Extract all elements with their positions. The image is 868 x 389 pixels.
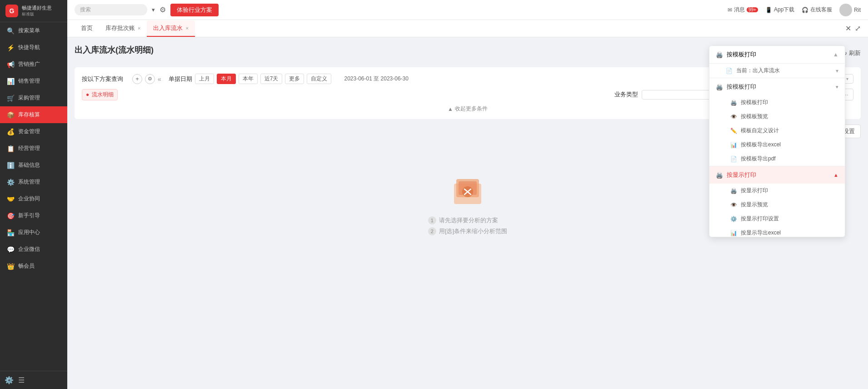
dropdown-sub-template-excel[interactable]: 📊 按模板导出excel — [709, 138, 845, 152]
sidebar-item-label: 搜索菜单 — [18, 27, 40, 35]
date-current-year-btn[interactable]: 本年 — [239, 74, 258, 84]
sub-print-icon: 🖨️ — [730, 100, 737, 106]
tab-home[interactable]: 首页 — [75, 20, 99, 37]
business-type-label: 业务类型 — [614, 90, 638, 99]
filter-collapse-btn[interactable]: « — [158, 75, 161, 83]
sidebar-menu-btn[interactable]: ☰ — [18, 376, 25, 384]
tab-flow-label: 出入库流水 — [153, 24, 183, 32]
message-icon: ✉ — [728, 7, 732, 13]
date-prev-month-btn[interactable]: 上月 — [195, 74, 214, 84]
sidebar-item-label: 应用中心 — [18, 229, 40, 236]
sidebar-item-finance[interactable]: 💰 资金管理 — [0, 123, 67, 140]
dropdown-sub-display-settings[interactable]: ⚙️ 按显示打印设置 — [709, 212, 845, 226]
sidebar-item-shortcut[interactable]: ⚡ 快捷导航 — [0, 39, 67, 56]
search-dropdown-arrow[interactable]: ▾ — [152, 6, 155, 13]
message-btn[interactable]: ✉ 消息 99+ — [728, 6, 758, 14]
template-section-arrow: ▾ — [836, 84, 838, 90]
page-title: 出入库流水(流水明细) — [75, 45, 154, 55]
dropdown-header: 🖨️ 按模板打印 ▲ — [709, 46, 845, 64]
industry-btn[interactable]: 体验行业方案 — [170, 4, 219, 16]
sidebar-item-purchase[interactable]: 🛒 采购管理 — [0, 90, 67, 106]
tab-close-all-btn[interactable]: ✕ — [845, 24, 851, 33]
tabbar: 首页 库存批次账 × 出入库流水 × ✕ ⤢ — [67, 20, 868, 37]
date-current-month-btn[interactable]: 本月 — [217, 74, 236, 84]
app-logo: G 畅捷通好生意 标准版 — [0, 0, 67, 22]
dropdown-title-block: 🖨️ 按模板打印 — [716, 50, 756, 59]
empty-tip-1: 1 请先选择要分析的方案 — [428, 216, 507, 224]
topbar-left: 搜索 ▾ ⚙ 体验行业方案 — [75, 4, 219, 16]
filter-settings-btn[interactable]: ⚙ — [145, 74, 155, 84]
date-label: 单据日期 — [169, 75, 192, 83]
sidebar-item-label: 库存核算 — [18, 111, 40, 119]
template-print-icon: 🖨️ — [716, 84, 723, 90]
megaphone-icon: 📢 — [6, 61, 15, 68]
sidebar-item-label: 企业协同 — [18, 195, 40, 203]
logo-icon: G — [5, 5, 18, 17]
display-section-arrow: ▲ — [833, 172, 838, 178]
search-bar[interactable]: 搜索 — [75, 4, 147, 15]
display-print-section[interactable]: 🖨️ 按显示打印 ▲ — [709, 166, 845, 184]
sidebar-item-wechat[interactable]: 💬 企业微信 — [0, 241, 67, 258]
topbar-gear-icon[interactable]: ⚙ — [160, 5, 166, 14]
print-panel-icon: 🖨️ — [716, 51, 723, 58]
dropdown-title: 按模板打印 — [727, 50, 756, 59]
sidebar-item-guide[interactable]: 🎯 新手引导 — [0, 207, 67, 224]
app-name-block: 畅捷通好生意 标准版 — [22, 5, 52, 17]
headset-icon: 🎧 — [802, 7, 808, 13]
dropdown-sub-display-preview[interactable]: 👁️ 按显示预览 — [709, 198, 845, 212]
sidebar-settings-btn[interactable]: ⚙️ — [5, 376, 14, 384]
tab-batch-account[interactable]: 库存批次账 × — [99, 20, 147, 37]
chart-icon: 📊 — [6, 78, 15, 85]
dropdown-sub-display-excel[interactable]: 📊 按显示导出excel — [709, 226, 845, 237]
sidebar-item-basic[interactable]: ℹ️ 基础信息 — [0, 157, 67, 174]
dropdown-sub-template-print[interactable]: 🖨️ 按模板打印 — [709, 95, 845, 110]
tip-text-2: 用[选]条件来缩小分析范围 — [439, 227, 507, 235]
user-avatar-block[interactable]: Rit — [839, 4, 861, 16]
template-print-section[interactable]: 🖨️ 按模板打印 ▾ — [709, 78, 845, 95]
current-template-label: 当前：出入库流水 — [736, 67, 780, 75]
user-name: Rit — [854, 7, 861, 13]
dropdown-sub-template-pdf[interactable]: 📄 按模板导出pdf — [709, 152, 845, 166]
crown-icon: 👑 — [6, 263, 15, 270]
sidebar-item-sales[interactable]: 📊 销售管理 — [0, 73, 67, 90]
date-range-display: 2023-06-01 至 2023-06-30 — [344, 75, 408, 83]
sub-preview-icon: 👁️ — [730, 114, 737, 120]
display-sub-print-label: 按显示打印 — [741, 187, 768, 194]
sidebar-item-label: 经营管理 — [18, 145, 40, 152]
date-more-btn[interactable]: 更多 — [285, 74, 304, 84]
sidebar-item-member[interactable]: 👑 畅会员 — [0, 258, 67, 274]
tip-text-1: 请先选择要分析的方案 — [439, 216, 498, 224]
sidebar-item-app-center[interactable]: 🏪 应用中心 — [0, 224, 67, 241]
dropdown-sub-display-print[interactable]: 🖨️ 按显示打印 — [709, 184, 845, 198]
sidebar-item-cooperation[interactable]: 🤝 企业协同 — [0, 190, 67, 207]
date-recent-7-btn[interactable]: 近7天 — [260, 74, 283, 84]
date-custom-btn[interactable]: 自定义 — [307, 74, 331, 84]
display-print-label: 按显示打印 — [727, 171, 756, 179]
display-sub-settings-icon: ⚙️ — [730, 216, 737, 222]
online-service-btn[interactable]: 🎧 在线客服 — [802, 6, 832, 14]
display-sub-print-icon: 🖨️ — [730, 188, 737, 194]
dropdown-sub-template-custom[interactable]: ✏️ 模板自定义设计 — [709, 124, 845, 138]
empty-tips: 1 请先选择要分析的方案 2 用[选]条件来缩小分析范围 — [428, 216, 507, 235]
section-up-arrow[interactable]: ▲ — [833, 51, 838, 58]
tab-expand-btn[interactable]: ⤢ — [855, 24, 861, 33]
tab-flow[interactable]: 出入库流水 × — [147, 20, 195, 37]
sidebar-item-operation[interactable]: 📋 经营管理 — [0, 140, 67, 157]
sub-preview-label: 按模板预览 — [741, 113, 768, 120]
sub-pdf-icon: 📄 — [730, 156, 737, 162]
dropdown-current-template[interactable]: 📄 当前：出入库流水 ▾ — [709, 64, 845, 78]
sidebar-item-marketing[interactable]: 📢 营销推广 — [0, 56, 67, 73]
tab-batch-account-close[interactable]: × — [138, 25, 140, 31]
sub-print-label: 按模板打印 — [741, 99, 768, 106]
filter-add-btn[interactable]: + — [132, 74, 142, 84]
topbar-right: ✉ 消息 99+ 📱 App下载 🎧 在线客服 Rit — [728, 4, 861, 16]
app-download-btn[interactable]: 📱 App下载 — [765, 6, 794, 14]
gear-icon: ⚙️ — [6, 179, 15, 186]
dropdown-sub-template-preview[interactable]: 👁️ 按模板预览 — [709, 110, 845, 124]
sidebar-item-system[interactable]: ⚙️ 系统管理 — [0, 174, 67, 190]
sub-custom-label: 模板自定义设计 — [741, 127, 779, 135]
sidebar-item-inventory[interactable]: 📦 库存核算 — [0, 106, 67, 123]
tab-flow-close[interactable]: × — [185, 25, 188, 31]
sidebar-item-search[interactable]: 🔍 搜索菜单 — [0, 22, 67, 39]
print-dropdown-panel: 🖨️ 按模板打印 ▲ 📄 当前：出入库流水 ▾ 🖨️ 按模板打印 ▾ 🖨️ 按模… — [709, 45, 845, 237]
